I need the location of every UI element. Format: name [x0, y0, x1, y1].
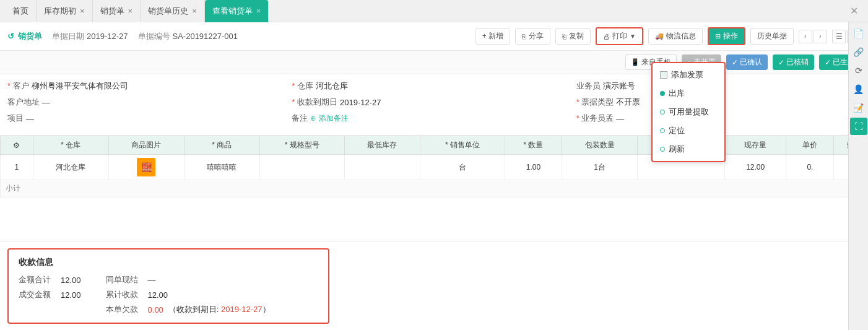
tab-close-view[interactable]: ×: [256, 6, 261, 15]
customer-group: 客户 柳州粤港平安气体有限公司: [7, 80, 292, 92]
payment-rows: 金额合计 12.00 成交金额 12.00 同单现结 —: [19, 274, 318, 315]
tab-close-history[interactable]: ×: [192, 6, 197, 15]
available-extract-item[interactable]: 可用量提取: [653, 103, 724, 121]
operate-button[interactable]: ⊞ 操作: [708, 27, 745, 45]
locate-item[interactable]: 定位: [653, 121, 724, 140]
col-spec: * 规格型号: [259, 136, 344, 155]
document-header: ↺ 销货单 单据日期 2019-12-27 单据编号 SA-20191227-0…: [0, 22, 868, 51]
row-pack-qty: 1台: [562, 155, 638, 180]
sidebar-expand-icon[interactable]: ⛶: [850, 118, 867, 135]
add-invoice-item[interactable]: 添加发票: [653, 66, 724, 84]
payment-date-group: 收款到期日 2019-12-27: [292, 97, 576, 108]
col-pack-qty: 包装数量: [562, 136, 638, 155]
col-stock: 现存量: [724, 136, 786, 155]
doc-number: 单据编号 SA-20191227-001: [138, 31, 238, 42]
warehouse-group: 仓库 河北仓库: [292, 80, 576, 92]
add-invoice-icon: [660, 71, 667, 79]
status-toolbar: 📱 来自手机 ● 未开票 ✓ 已确认 ✓ 已核销 ✓ 已生效: [0, 51, 868, 74]
row-image: 🧱: [108, 155, 184, 180]
tab-close-sales[interactable]: ×: [128, 6, 133, 15]
form-row-2: 客户地址 — 收款到期日 2019-12-27 票据类型 不开票: [7, 97, 861, 108]
next-button[interactable]: ›: [814, 30, 827, 43]
share-button[interactable]: ⎘ 分享: [515, 28, 550, 45]
doc-type-icon: ↺: [7, 32, 14, 41]
address-group: 客户地址 —: [7, 97, 292, 108]
doc-date: 单据日期 2019-12-27: [52, 31, 128, 42]
copy-button[interactable]: ⎗ 复制: [555, 28, 591, 45]
refresh-icon: [660, 147, 665, 152]
col-warehouse: * 仓库: [33, 136, 108, 155]
remark-group: 备注 ⊕ 添加备注: [292, 113, 576, 124]
project-group: 项目 —: [7, 113, 292, 124]
tab-sales-history[interactable]: 销货单历史 ×: [141, 0, 205, 22]
doc-type-label: ↺ 销货单: [7, 31, 42, 42]
payment-col-left: 金额合计 12.00 成交金额 12.00: [19, 274, 81, 315]
col-min-stock: 最低库存: [344, 136, 420, 155]
sidebar-refresh-icon[interactable]: ⟳: [850, 62, 867, 79]
payment-col-right: 同单现结 — 累计收款 12.00 本单欠款 0.00 （收款到期日: 2019…: [106, 274, 271, 315]
sidebar-link-icon[interactable]: 🔗: [850, 43, 867, 61]
col-quantity: * 数量: [505, 136, 562, 155]
voided-status-btn[interactable]: ✓ 已核销: [773, 54, 814, 70]
table-area: ⚙ * 仓库 商品图片 * 商品 * 规格型号 最低库存 * 销售单位 * 数量…: [0, 136, 868, 241]
print-dropdown-arrow[interactable]: ▼: [630, 33, 636, 40]
row-price: 0.: [786, 155, 834, 180]
payment-info-panel: 收款信息 金额合计 12.00 成交金额 12.00: [7, 248, 329, 324]
tab-home[interactable]: 首页: [5, 0, 37, 22]
right-sidebar: 📄 🔗 ⟳ 👤 📝 ⛶: [848, 22, 868, 330]
subtotal-row: 小计: [1, 180, 868, 198]
product-thumbnail: 🧱: [137, 158, 155, 176]
row-min-stock: [344, 155, 420, 180]
nav-arrows: ‹ ›: [799, 30, 827, 43]
row-sales-unit: 台: [420, 155, 505, 180]
subtotal-label: 小计: [1, 180, 868, 198]
col-product: * 商品: [184, 136, 259, 155]
outbound-icon: [660, 91, 665, 96]
col-price: 单价: [786, 136, 834, 155]
cumulative-row: 累计收款 12.00: [106, 289, 271, 300]
owed-row: 本单欠款 0.00 （收款到期日: 2019-12-27）: [106, 304, 271, 315]
row-stock: 12.00: [724, 155, 786, 180]
sidebar-user-icon[interactable]: 👤: [850, 80, 867, 98]
row-warehouse: 河北仓库: [33, 155, 108, 180]
available-icon: [660, 110, 665, 115]
sidebar-doc-icon[interactable]: 📄: [850, 25, 867, 42]
history-button[interactable]: 历史单据: [750, 28, 794, 45]
main-content: ↺ 销货单 单据日期 2019-12-27 单据编号 SA-20191227-0…: [0, 22, 868, 330]
doc-meta: 单据日期 2019-12-27 单据编号 SA-20191227-001: [52, 31, 238, 42]
operate-dropdown-menu: 添加发票 出库 可用量提取 定位 刷新: [651, 62, 726, 162]
confirm-status-btn[interactable]: ✓ 已确认: [726, 54, 768, 70]
refresh-item[interactable]: 刷新: [653, 140, 724, 158]
row-index: 1: [1, 155, 33, 180]
same-order-row: 同单现结 —: [106, 274, 271, 285]
new-button[interactable]: + 新增: [475, 28, 510, 45]
tab-inventory-init[interactable]: 库存期初 ×: [37, 0, 93, 22]
row-spec: [259, 155, 344, 180]
col-image: 商品图片: [108, 136, 184, 155]
list-view-button[interactable]: ☰: [832, 30, 846, 43]
bottom-section: 收款信息 金额合计 12.00 成交金额 12.00: [0, 241, 868, 330]
outbound-item[interactable]: 出库: [653, 84, 724, 103]
items-table: ⚙ * 仓库 商品图片 * 商品 * 规格型号 最低库存 * 销售单位 * 数量…: [0, 136, 868, 198]
prev-button[interactable]: ‹: [799, 30, 812, 43]
row-product: 嘻嘻嘻嘻: [184, 155, 259, 180]
add-remark-link[interactable]: ⊕ 添加备注: [310, 113, 348, 124]
print-button[interactable]: 🖨 打印 ▼: [596, 27, 643, 45]
form-area: 客户 柳州粤港平安气体有限公司 仓库 河北仓库 业务员 演示账号 客户地址 —: [0, 74, 868, 136]
tab-view-sales[interactable]: 查看销货单 ×: [205, 0, 269, 22]
tab-bar: 首页 库存期初 × 销货单 × 销货单历史 × 查看销货单 × ✕: [0, 0, 868, 22]
tab-sales-order[interactable]: 销货单 ×: [93, 0, 141, 22]
deal-row: 成交金额 12.00: [19, 289, 81, 300]
row-quantity: 1.00: [505, 155, 562, 180]
sidebar-note-icon[interactable]: 📝: [850, 99, 867, 116]
col-settings: ⚙: [1, 136, 33, 155]
payment-title: 收款信息: [19, 257, 318, 268]
col-sales-unit: * 销售单位: [420, 136, 505, 155]
window-close-button[interactable]: ✕: [845, 5, 863, 17]
logistics-button[interactable]: 🚚 物流信息: [648, 28, 703, 45]
locate-icon: [660, 128, 665, 133]
table-row: 1 河北仓库 🧱 嘻嘻嘻嘻 台 1.00 1台 12.00 0.: [1, 155, 868, 180]
doc-actions: + 新增 ⎘ 分享 ⎗ 复制 🖨 打印 ▼ 🚚 物流信息: [475, 27, 861, 45]
total-row: 金额合计 12.00: [19, 274, 81, 285]
tab-close-inventory[interactable]: ×: [80, 6, 85, 15]
